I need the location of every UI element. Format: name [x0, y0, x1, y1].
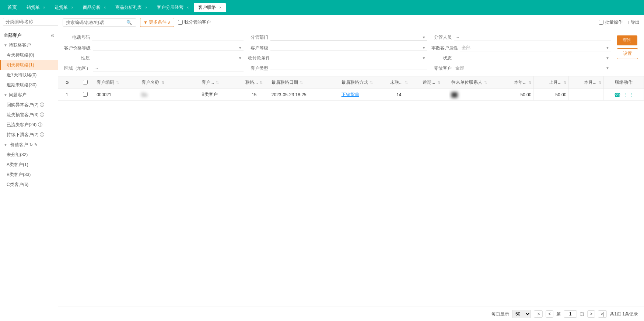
row-checkbox[interactable]: [83, 92, 88, 97]
my-customer-checkbox-area[interactable]: 我分管的客户: [178, 19, 211, 25]
sort-icon[interactable]: ⇅: [300, 80, 303, 84]
sort-icon[interactable]: ⇅: [528, 80, 531, 84]
more-filter-button[interactable]: ▼ 更多条件 ∧: [140, 18, 174, 27]
td-uncontact: 14: [384, 89, 414, 101]
filter-payment-select[interactable]: ▼: [272, 55, 427, 61]
th-year: 本年... ⇅: [499, 76, 534, 89]
close-icon[interactable]: ×: [145, 6, 147, 10]
sidebar-item-abnormal[interactable]: 回购异常客户(2) ⓘ: [0, 100, 58, 110]
filter-scatter-select[interactable]: 全部 ▼: [454, 64, 611, 72]
close-icon[interactable]: ×: [219, 6, 221, 10]
filter-status-select[interactable]: ▼: [454, 55, 611, 61]
more-action-icon[interactable]: ⋮⋮: [623, 92, 634, 98]
prev-page-button[interactable]: <: [546, 310, 553, 318]
set-button[interactable]: 设置: [617, 48, 638, 59]
sidebar-group-value[interactable]: 价值客户 ↻ ✎: [0, 140, 58, 150]
export-button[interactable]: ↑ 导出: [627, 19, 640, 25]
edit-icon[interactable]: ✎: [34, 142, 38, 147]
sort-icon[interactable]: ⇅: [370, 80, 373, 84]
last-method-link[interactable]: 下销货单: [342, 92, 359, 97]
sort-icon[interactable]: ⇅: [437, 80, 440, 84]
sidebar-item-declining[interactable]: 持续下滑客户(2) ⓘ: [0, 130, 58, 140]
nav-customer-tier[interactable]: 客户分层经营 ×: [153, 3, 193, 12]
nav-customer-contact[interactable]: 客户联络 ×: [194, 3, 225, 12]
sidebar-item-7days[interactable]: 近7天待联络(0): [0, 70, 58, 80]
filter-icon: ▼: [143, 20, 148, 25]
first-page-button[interactable]: |<: [534, 310, 543, 318]
sidebar-item-tomorrow[interactable]: 明天待联络(1): [0, 60, 58, 70]
td-this-month: [569, 89, 604, 101]
filter-price-grade-select[interactable]: ▼: [93, 45, 244, 51]
nav-purchase-order[interactable]: 进货单 ×: [50, 3, 77, 12]
sidebar-group-problem[interactable]: 问题客户: [0, 90, 58, 100]
sidebar-item-classB[interactable]: B类客户(33): [0, 170, 58, 180]
filter-payment-label: 收付款条件: [248, 55, 270, 61]
th-contact: 联络... ⇅: [239, 76, 269, 89]
collapse-icon[interactable]: «: [51, 32, 54, 39]
sidebar-item-losing[interactable]: 流失预警客户(3) ⓘ: [0, 110, 58, 120]
close-icon[interactable]: ×: [187, 6, 189, 10]
filter-cust-grade-select[interactable]: ▼: [270, 45, 427, 51]
filter-dept: 分管部门 ▼: [248, 34, 427, 41]
batch-op-button[interactable]: 批量操作: [599, 19, 623, 25]
filter-payment: 收付款条件 ▼: [248, 55, 427, 61]
sidebar-item-classC[interactable]: C类客户(6): [0, 180, 58, 190]
filter-manager-dots[interactable]: ···: [455, 35, 459, 40]
nav-product-analysis-list[interactable]: 商品分析列表 ×: [111, 3, 151, 12]
chevron-down-icon: ▼: [422, 46, 426, 50]
td-cust-type: B类客户: [199, 89, 239, 101]
sidebar-search-input[interactable]: [3, 18, 58, 26]
nav-sales-order[interactable]: 销货单 ×: [22, 3, 49, 12]
th-settings: ⚙: [58, 76, 76, 89]
sidebar-search-area: 🔍: [0, 15, 58, 29]
filter-scatter-attr-select[interactable]: 全部 ▼: [460, 44, 611, 52]
sort-icon[interactable]: ⇅: [116, 80, 119, 84]
sidebar-item-overdue[interactable]: 逾期未联络(30): [0, 80, 58, 90]
toolbar-search-icon[interactable]: 🔍: [126, 20, 132, 25]
page-number-input[interactable]: [564, 310, 577, 318]
sidebar-group-pending[interactable]: 待联络客户: [0, 40, 58, 50]
sidebar-item-today[interactable]: 今天待联络(0): [0, 50, 58, 60]
toolbar-search-input[interactable]: [66, 20, 125, 25]
filter-region-dots[interactable]: ···: [94, 66, 98, 71]
td-last-method: 下销货单: [339, 89, 384, 101]
batch-checkbox[interactable]: [599, 20, 603, 25]
sort-icon[interactable]: ⇅: [161, 80, 164, 84]
query-button[interactable]: 查询: [617, 35, 637, 45]
table-header-row: ⚙ 客户编码 ⇅ 客户名称 ⇅: [58, 76, 644, 89]
sort-icon[interactable]: ⇅: [598, 80, 601, 84]
th-this-month: 本月... ⇅: [569, 76, 604, 89]
per-page-select[interactable]: 50 100 200: [512, 310, 531, 318]
filter-phone-input[interactable]: [92, 34, 244, 41]
refresh-icon[interactable]: ↻: [29, 142, 33, 147]
sort-icon[interactable]: ⇅: [260, 80, 263, 84]
next-page-button[interactable]: >: [587, 310, 595, 318]
sidebar-item-lost[interactable]: 已流失客户(24) ⓘ: [0, 120, 58, 130]
filter-cust-type-select[interactable]: [270, 68, 427, 69]
th-uncontact: 未联... ⇅: [384, 76, 414, 89]
content-area: 🔍 ▼ 更多条件 ∧ 我分管的客户 批量操作 ↑ 导出: [58, 15, 644, 321]
select-all-checkbox[interactable]: [83, 80, 88, 84]
sort-icon[interactable]: ⇅: [405, 80, 408, 84]
contact-action-icon[interactable]: ☎: [614, 92, 620, 98]
filter-nature: 性质 ▼: [64, 55, 244, 61]
filter-nature-select[interactable]: ▼: [92, 55, 244, 61]
all-customers-header[interactable]: 全部客户 «: [0, 29, 58, 40]
settings-icon[interactable]: ⚙: [65, 80, 69, 85]
last-page-button[interactable]: >|: [598, 310, 607, 318]
sort-icon[interactable]: ⇅: [563, 80, 566, 84]
nav-home[interactable]: 首页: [3, 3, 21, 12]
sidebar-item-ungrouped[interactable]: 未分组(32): [0, 150, 58, 160]
close-icon[interactable]: ×: [104, 6, 106, 10]
filter-manager: 分管人员 ···: [431, 34, 611, 41]
my-customer-checkbox[interactable]: [178, 20, 183, 25]
close-icon[interactable]: ×: [43, 6, 45, 10]
sort-icon[interactable]: ⇅: [216, 80, 219, 84]
close-icon[interactable]: ×: [71, 6, 73, 10]
filter-region: 区域（地区） ···: [64, 65, 244, 72]
sidebar-item-classA[interactable]: A类客户(1): [0, 160, 58, 170]
sort-icon[interactable]: ⇅: [484, 80, 487, 84]
nav-product-analysis[interactable]: 商品分析 ×: [78, 3, 110, 12]
filter-row-1: 电话号码 分管部门 ▼ 分管人员: [64, 34, 611, 41]
filter-dept-select[interactable]: ▼: [270, 35, 427, 41]
